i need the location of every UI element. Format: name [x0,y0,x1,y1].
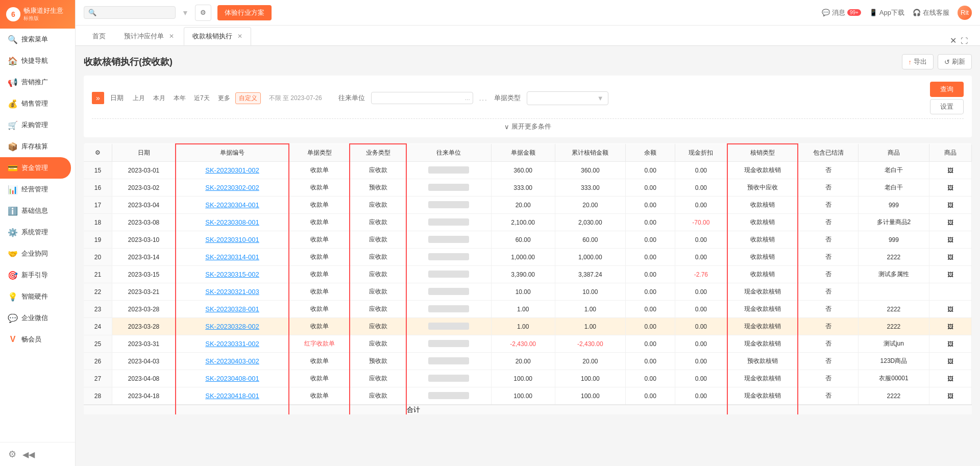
cell-billno[interactable]: SK-20230418-001 [176,387,289,405]
tab-collection-close[interactable]: ✕ [237,33,242,40]
cell-billno[interactable]: SK-20230403-002 [176,353,289,370]
topbar-search-box[interactable]: 🔍 [84,6,176,19]
cell-billno[interactable]: SK-20230301-002 [176,162,289,179]
sidebar-item-inventory[interactable]: 📦 库存核算 [0,136,75,157]
expand-more-btn[interactable]: ∨ 展开更多条件 [92,118,964,131]
user-avatar[interactable]: Rit [958,6,972,20]
cell-billtype: 收款单 [289,179,350,197]
date-btn-this-year[interactable]: 本年 [170,93,189,104]
topbar-search-input[interactable] [99,9,160,16]
tab-home[interactable]: 首页 [84,27,114,45]
cell-balance: 0.00 [626,335,675,353]
sidebar-item-guide[interactable]: 🎯 新手引导 [0,264,75,286]
cell-billno[interactable]: SK-20230331-002 [176,335,289,353]
date-btn-7days[interactable]: 近7天 [191,93,213,104]
cell-goods-img: 🖼 [929,353,971,370]
cell-biztype: 预收款 [350,353,406,370]
cell-date: 2023-03-02 [112,179,176,197]
tab-collection[interactable]: 收款核销执行 ✕ [184,27,251,45]
sidebar-item-member[interactable]: V 畅会员 [0,329,75,350]
th-discount: 现金折扣 [675,144,727,162]
cell-billtype: 收款单 [289,387,350,405]
sidebar-item-operations[interactable]: 📊 经营管理 [0,179,75,200]
data-table-wrapper: ⚙ 日期 单据编号 单据类型 业务类型 往来单位 单据金额 累计核销金额 余额 … [84,143,972,414]
window-maximize-icon[interactable]: ⛶ [961,37,968,45]
cell-serial: 23 [84,301,112,318]
cell-billno[interactable]: SK-20230328-001 [176,301,289,318]
cell-billno[interactable]: SK-20230302-002 [176,179,289,197]
cell-billno[interactable]: SK-20230308-001 [176,214,289,231]
logo-icon: 6 [6,7,20,21]
partner-input-wrapper: ... [371,92,473,104]
cell-cumwrite: 100.00 [555,387,626,405]
cell-billno[interactable]: SK-20230321-003 [176,283,289,301]
collapse-icon[interactable]: ◀◀ [22,450,35,459]
cell-billno[interactable]: SK-20230408-001 [176,370,289,387]
sidebar-item-hardware[interactable]: 💡 智能硬件 [0,286,75,307]
cell-biztype: 应收款 [350,214,406,231]
sidebar-item-basicinfo[interactable]: ℹ️ 基础信息 [0,200,75,222]
bill-type-select[interactable]: ▼ [527,91,608,105]
app-download-action[interactable]: 📱 App下载 [869,8,904,17]
cell-partner: ██████ [406,283,491,301]
cell-serial: 24 [84,318,112,335]
filter-settings-button[interactable]: 设置 [930,99,964,114]
sidebar-item-quicknav[interactable]: 🏠 快捷导航 [0,50,75,71]
partner-input[interactable] [371,92,473,104]
online-service-action[interactable]: 🎧 在线客服 [913,8,949,17]
tab-prepay-close[interactable]: ✕ [169,33,174,40]
refresh-button[interactable]: ↺ 刷新 [938,54,972,69]
cell-balance: 0.00 [626,370,675,387]
cell-cumwrite: 60.00 [555,231,626,249]
cell-serial: 15 [84,162,112,179]
export-button[interactable]: ↑ 导出 [902,54,934,69]
query-button[interactable]: 查询 [930,82,964,97]
date-btn-last-month[interactable]: 上月 [130,93,148,104]
tab-prepay[interactable]: 预计冲应付单 ✕ [115,27,183,45]
cell-cumwrite: 1.00 [555,318,626,335]
window-close-icon[interactable]: ✕ [950,36,957,45]
cell-biztype: 应收款 [350,231,406,249]
headset-icon: 🎧 [913,9,921,16]
industry-solution-button[interactable]: 体验行业方案 [217,5,272,20]
dropdown-arrow[interactable]: ▼ [182,9,189,17]
collab-icon: 🤝 [8,249,17,258]
system-icon: ⚙️ [8,228,17,237]
cell-settled: 否 [798,162,859,179]
settings-icon[interactable]: ⚙ [8,449,16,460]
sidebar-item-purchase[interactable]: 🛒 采购管理 [0,114,75,136]
cell-amount: 333.00 [491,179,555,197]
cell-billno[interactable]: SK-20230304-001 [176,197,289,214]
cell-billno[interactable]: SK-20230328-002 [176,318,289,335]
cell-goods-img: 🖼 [929,179,971,197]
cell-discount: 0.00 [675,353,727,370]
message-action[interactable]: 💬 消息 99+ [822,8,861,17]
cell-billno[interactable]: SK-20230310-001 [176,231,289,249]
sidebar-item-search[interactable]: 🔍 搜索菜单 [0,29,75,50]
date-btn-this-month[interactable]: 本月 [150,93,168,104]
filter-expand-button[interactable]: » [92,92,104,104]
sidebar-item-finance[interactable]: 💳 资金管理 [0,157,71,179]
cell-balance: 0.00 [626,266,675,283]
cell-partner: ██████ [406,179,491,197]
sidebar-item-sales[interactable]: 💰 销售管理 [0,93,75,114]
sidebar-item-marketing[interactable]: 📢 营销推广 [0,71,75,93]
sidebar-item-wechat[interactable]: 💬 企业微信 [0,307,75,329]
date-btn-more[interactable]: 更多 [215,93,233,104]
cell-billno[interactable]: SK-20230315-002 [176,266,289,283]
cell-writetype: 收款核销 [727,249,798,266]
sidebar-item-collab[interactable]: 🤝 企业协同 [0,243,75,264]
cell-goods-img: 🖼 [929,197,971,214]
cell-billtype: 收款单 [289,301,350,318]
cell-amount: 1.00 [491,301,555,318]
th-settings[interactable]: ⚙ [84,144,112,162]
topbar-actions: 💬 消息 99+ 📱 App下载 🎧 在线客服 Rit [822,6,972,20]
date-btn-custom[interactable]: 自定义 [235,92,261,104]
cell-date: 2023-03-10 [112,231,176,249]
cell-settled: 否 [798,179,859,197]
cell-partner: ██████ [406,335,491,353]
cell-discount: 0.00 [675,197,727,214]
gear-button[interactable]: ⚙ [195,5,211,21]
sidebar-item-system[interactable]: ⚙️ 系统管理 [0,222,75,243]
cell-billno[interactable]: SK-20230314-001 [176,249,289,266]
